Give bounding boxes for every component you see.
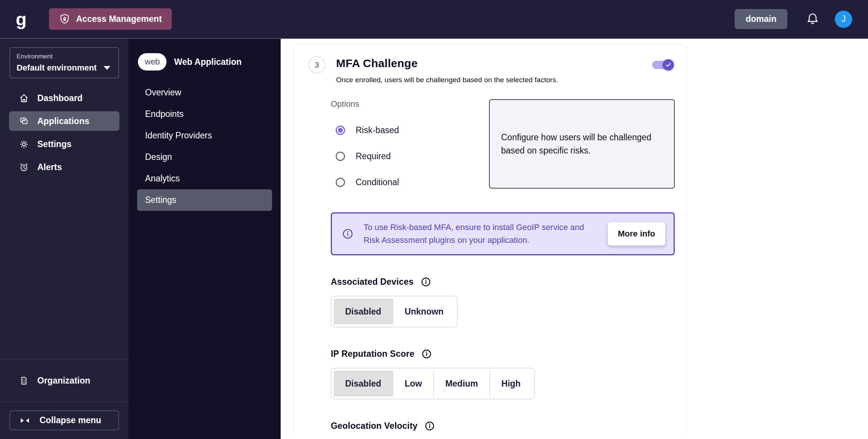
sidebar-item-organization[interactable]: Organization	[9, 371, 119, 390]
info-icon[interactable]	[424, 421, 435, 431]
domain-button[interactable]: domain	[735, 9, 787, 29]
main-content: 3 MFA Challenge Once enrolled, users wil…	[281, 39, 868, 439]
collapse-menu-label: Collapse menu	[40, 415, 101, 425]
app-type-badge: web	[138, 53, 167, 71]
toggle-thumb	[663, 59, 674, 71]
applications-icon	[19, 116, 29, 126]
segment-unknown[interactable]: Unknown	[393, 299, 455, 324]
banner-text: To use Risk-based MFA, ensure to install…	[364, 221, 600, 247]
radio-label: Risk-based	[356, 125, 399, 135]
home-icon	[19, 93, 29, 103]
sidebar-item-label: Dashboard	[37, 93, 83, 103]
sidebar-item-label: Settings	[37, 139, 72, 149]
segment-medium[interactable]: Medium	[434, 371, 489, 396]
radio-label: Required	[356, 151, 391, 161]
sidebar-item-alerts[interactable]: Alerts	[9, 157, 119, 177]
primary-sidebar: Environment Default environment Da	[0, 39, 128, 439]
avatar[interactable]: J	[835, 11, 852, 28]
app-menu-item-design[interactable]: Design	[137, 146, 272, 168]
segment-low[interactable]: Low	[393, 371, 433, 396]
section-ip-reputation-score: IP Reputation Score Disabled Low	[331, 348, 675, 399]
shell: Environment Default environment Da	[0, 39, 868, 439]
options-label: Options	[331, 99, 489, 109]
app-menu-item-overview[interactable]: Overview	[137, 82, 272, 103]
radio-required[interactable]: Required	[336, 148, 489, 164]
mfa-challenge-toggle[interactable]	[652, 61, 672, 69]
options-radio-group: Risk-based Required Conditional	[331, 122, 489, 190]
associated-devices-toggle-group: Disabled Unknown	[331, 296, 458, 327]
risk-config-panel: Configure how users will be challenged b…	[489, 99, 675, 189]
sidebar-item-settings[interactable]: Settings	[9, 134, 119, 154]
sidebar-item-applications[interactable]: Applications	[9, 111, 119, 131]
chevron-down-icon	[104, 66, 110, 70]
sidebar-item-label: Organization	[37, 376, 90, 386]
gravitee-logo[interactable]: g	[11, 9, 31, 29]
access-management-label: Access Management	[76, 14, 162, 24]
sidebar-item-label: Alerts	[37, 162, 62, 172]
radio-icon	[336, 126, 345, 135]
page-subtitle: Once enrolled, users will be challenged …	[336, 76, 558, 84]
radio-risk-based[interactable]: Risk-based	[336, 122, 489, 138]
segment-high[interactable]: High	[490, 371, 532, 396]
risk-config-text: Configure how users will be challenged b…	[501, 131, 663, 157]
topbar: g Access Management domain J	[0, 0, 868, 39]
sidebar-item-label: Applications	[37, 116, 89, 126]
app-menu-item-endpoints[interactable]: Endpoints	[137, 103, 272, 125]
app-menu-item-analytics[interactable]: Analytics	[137, 168, 272, 189]
alarm-icon	[19, 162, 29, 172]
section-label: Associated Devices	[331, 277, 414, 287]
risk-based-info-banner: To use Risk-based MFA, ensure to install…	[331, 212, 675, 255]
sidebar-item-dashboard[interactable]: Dashboard	[9, 88, 119, 108]
mfa-challenge-card: 3 MFA Challenge Once enrolled, users wil…	[293, 45, 686, 439]
sidebar-spacer	[0, 177, 128, 359]
gear-icon	[19, 139, 29, 149]
info-icon[interactable]	[421, 348, 432, 359]
environment-label: Environment	[17, 53, 112, 60]
environment-selector[interactable]: Environment Default environment	[9, 47, 119, 78]
segment-disabled[interactable]: Disabled	[334, 371, 393, 396]
more-info-button[interactable]: More info	[608, 222, 665, 246]
check-icon	[665, 61, 672, 68]
app-menu-item-settings[interactable]: Settings	[137, 189, 272, 211]
section-geolocation-velocity: Geolocation Velocity Disabled Low	[331, 421, 675, 439]
bell-icon[interactable]	[805, 12, 820, 27]
section-label: IP Reputation Score	[331, 349, 414, 359]
section-associated-devices: Associated Devices Disabled Unknown	[331, 276, 675, 327]
section-label: Geolocation Velocity	[331, 421, 417, 431]
radio-icon	[336, 152, 345, 161]
step-number-badge: 3	[308, 56, 326, 74]
shield-lock-icon	[59, 13, 70, 25]
page-title: MFA Challenge	[336, 57, 558, 70]
info-icon	[342, 228, 354, 240]
radio-conditional[interactable]: Conditional	[336, 174, 489, 190]
organization-icon	[19, 376, 29, 386]
app-root: g Access Management domain J En	[0, 0, 868, 439]
app-title: Web Application	[174, 57, 241, 67]
segment-disabled[interactable]: Disabled	[334, 299, 393, 324]
environment-value: Default environment	[17, 63, 97, 73]
info-icon[interactable]	[420, 276, 431, 287]
collapse-menu-button[interactable]: Collapse menu	[9, 410, 119, 430]
primary-nav: Dashboard Applications	[0, 88, 128, 177]
app-menu-item-identity-providers[interactable]: Identity Providers	[137, 125, 272, 146]
application-sidebar: web Web Application Overview Endpoints I…	[128, 39, 281, 439]
collapse-icon	[20, 417, 30, 424]
radio-icon	[336, 178, 345, 187]
ip-reputation-toggle-group: Disabled Low Medium High	[331, 368, 535, 399]
radio-label: Conditional	[356, 177, 399, 187]
access-management-button[interactable]: Access Management	[49, 8, 172, 30]
